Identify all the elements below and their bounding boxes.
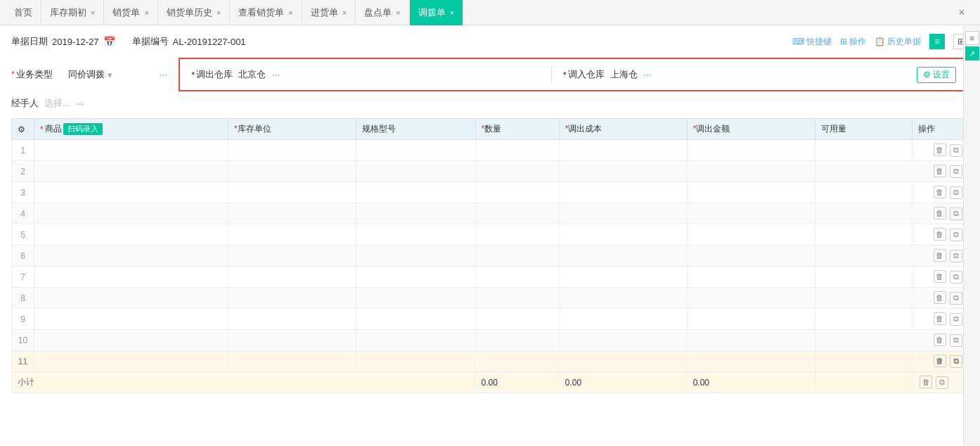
cell-qty[interactable] (475, 309, 559, 330)
cell-spec[interactable] (356, 161, 475, 182)
cell-unit[interactable] (228, 140, 356, 161)
tab-sales-history-close[interactable]: × (217, 8, 221, 17)
delete-icon[interactable]: 🗑 (934, 186, 946, 198)
cell-product[interactable] (34, 203, 228, 224)
cell-unit[interactable] (228, 224, 356, 246)
cell-cost[interactable] (559, 140, 687, 161)
right-expand-btn[interactable]: ↗ (965, 46, 979, 60)
copy-icon[interactable]: ⧉ (950, 355, 962, 368)
settings-button[interactable]: ⚙ 设置 (917, 67, 956, 83)
cell-product[interactable] (34, 288, 228, 309)
delete-icon[interactable]: 🗑 (934, 207, 946, 219)
cell-cost[interactable] (559, 351, 687, 372)
tab-inventory-init-close[interactable]: × (91, 8, 95, 17)
delete-icon[interactable]: 🗑 (934, 291, 946, 304)
cell-product[interactable] (34, 224, 228, 246)
copy-icon[interactable]: ⧉ (950, 250, 962, 262)
cell-qty[interactable] (475, 182, 559, 203)
cell-available[interactable] (815, 288, 912, 309)
cell-unit[interactable] (228, 161, 356, 182)
cell-cost[interactable] (559, 309, 687, 330)
cell-qty[interactable] (475, 288, 559, 309)
cell-available[interactable] (815, 203, 912, 224)
scan-button[interactable]: 扫码录入 (63, 123, 103, 135)
cell-cost[interactable] (559, 161, 687, 182)
cell-amount[interactable] (687, 288, 815, 309)
cell-unit[interactable] (228, 182, 356, 203)
warehouse-out-value[interactable]: 北京仓 (238, 68, 266, 81)
delete-icon[interactable]: 🗑 (934, 165, 946, 177)
operation-btn[interactable]: ⊞ 操作 (840, 36, 866, 48)
cell-product[interactable] (34, 351, 228, 372)
cell-available[interactable] (815, 351, 912, 372)
cell-unit[interactable] (228, 246, 356, 267)
cell-qty[interactable] (475, 351, 559, 372)
cell-spec[interactable] (356, 182, 475, 203)
right-list-btn[interactable]: ≡ (965, 31, 979, 45)
cell-qty[interactable] (475, 203, 559, 224)
subtotal-copy-icon[interactable]: ⧉ (936, 376, 948, 389)
cell-cost[interactable] (559, 246, 687, 267)
cell-cost[interactable] (559, 330, 687, 351)
cell-cost[interactable] (559, 203, 687, 224)
copy-icon[interactable]: ⧉ (950, 186, 962, 199)
cell-unit[interactable] (228, 330, 356, 351)
cell-amount[interactable] (687, 330, 815, 351)
cell-available[interactable] (815, 140, 912, 161)
cell-amount[interactable] (687, 351, 815, 372)
warehouse-in-more[interactable]: ··· (643, 69, 652, 80)
tab-transfer[interactable]: 调拨单 × (410, 0, 463, 25)
cell-amount[interactable] (687, 161, 815, 182)
delete-icon[interactable]: 🗑 (934, 228, 946, 241)
calendar-icon[interactable]: 📅 (103, 36, 115, 47)
cell-unit[interactable] (228, 203, 356, 224)
copy-icon[interactable]: ⧉ (950, 271, 962, 283)
cell-unit[interactable] (228, 267, 356, 288)
delete-icon[interactable]: 🗑 (934, 355, 946, 367)
copy-icon[interactable]: ⧉ (950, 165, 962, 178)
biz-type-select[interactable]: 同价调拨 ▾ (64, 67, 148, 82)
cell-product[interactable] (34, 267, 228, 288)
delete-icon[interactable]: 🗑 (934, 249, 946, 262)
cell-available[interactable] (815, 161, 912, 182)
cell-spec[interactable] (356, 203, 475, 224)
cell-qty[interactable] (475, 267, 559, 288)
cell-qty[interactable] (475, 224, 559, 246)
tab-sales-order[interactable]: 销货单 × (104, 0, 157, 25)
copy-icon[interactable]: ⧉ (950, 313, 962, 326)
delete-icon[interactable]: 🗑 (934, 144, 946, 156)
copy-icon[interactable]: ⧉ (950, 229, 962, 241)
cell-unit[interactable] (228, 351, 356, 372)
cell-amount[interactable] (687, 246, 815, 267)
cell-product[interactable] (34, 246, 228, 267)
copy-icon[interactable]: ⧉ (950, 334, 962, 347)
cell-cost[interactable] (559, 224, 687, 246)
tab-view-sales-close[interactable]: × (288, 8, 292, 17)
cell-amount[interactable] (687, 267, 815, 288)
gear-col-header[interactable]: ⚙ (12, 119, 34, 140)
cell-spec[interactable] (356, 246, 475, 267)
cell-cost[interactable] (559, 182, 687, 203)
cell-available[interactable] (815, 246, 912, 267)
subtotal-delete-icon[interactable]: 🗑 (920, 376, 932, 388)
delete-icon[interactable]: 🗑 (934, 333, 946, 346)
cell-product[interactable] (34, 309, 228, 330)
copy-icon[interactable]: ⧉ (950, 208, 962, 220)
tab-inventory-init[interactable]: 库存期初 × (41, 0, 104, 25)
shortcut-btn[interactable]: ⌨ 快捷键 (792, 36, 832, 48)
cell-amount[interactable] (687, 224, 815, 246)
cell-qty[interactable] (475, 140, 559, 161)
cell-available[interactable] (815, 330, 912, 351)
tab-purchase-close[interactable]: × (342, 8, 347, 17)
cell-spec[interactable] (356, 288, 475, 309)
cell-spec[interactable] (356, 267, 475, 288)
tab-transfer-close[interactable]: × (450, 8, 454, 17)
delete-icon[interactable]: 🗑 (934, 270, 946, 283)
tab-purchase[interactable]: 进货单 × (302, 0, 356, 25)
cell-unit[interactable] (228, 309, 356, 330)
cell-spec[interactable] (356, 330, 475, 351)
cell-qty[interactable] (475, 330, 559, 351)
person-placeholder[interactable]: 选择... (44, 97, 70, 110)
tab-view-sales[interactable]: 查看销货单 × (230, 0, 302, 25)
cell-spec[interactable] (356, 309, 475, 330)
